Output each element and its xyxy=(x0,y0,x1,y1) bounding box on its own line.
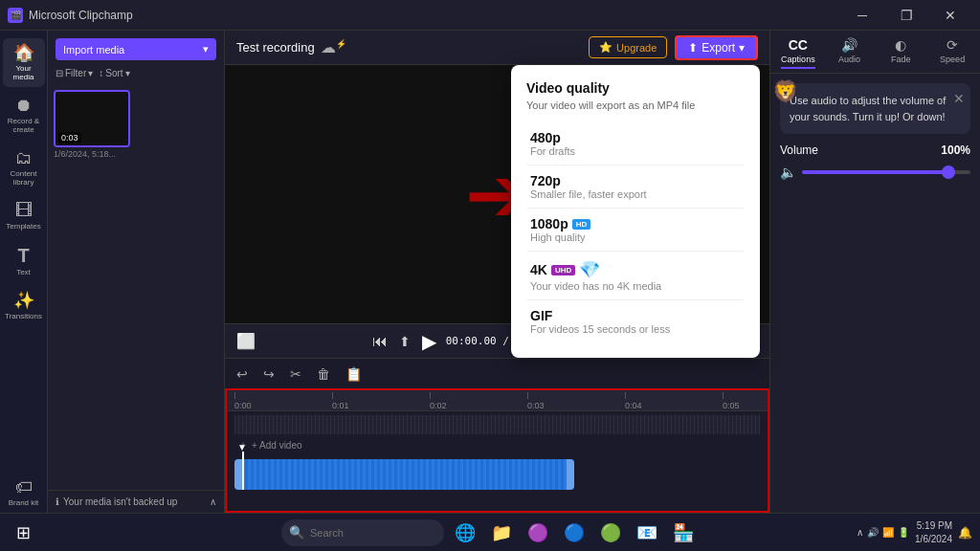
maximize-button[interactable]: ❐ xyxy=(884,0,928,31)
tooltip-close-button[interactable]: ✕ xyxy=(953,89,965,109)
audio-icon: 🔊 xyxy=(841,37,858,53)
add-video-row[interactable]: ＋ + Add video xyxy=(234,434,760,455)
sidebar-item-record[interactable]: ⏺ Record & create xyxy=(3,91,45,140)
volume-label: Volume xyxy=(780,143,818,157)
battery-icon[interactable]: 🔋 xyxy=(898,527,909,538)
tab-audio[interactable]: 🔊 Audio xyxy=(833,34,867,69)
xbox-icon[interactable]: 🟢 xyxy=(595,518,626,548)
cut-button[interactable]: ✂ xyxy=(286,364,305,384)
redo-button[interactable]: ↪ xyxy=(259,364,278,384)
speed-icon: ⟳ xyxy=(947,37,958,53)
quality-1080p-desc: High quality xyxy=(530,231,741,243)
home-icon: 🏠 xyxy=(13,44,34,61)
volume-thumb[interactable] xyxy=(942,165,955,179)
quality-option-1080p[interactable]: 1080p HD High quality xyxy=(526,209,745,252)
volume-value: 100% xyxy=(941,143,970,157)
export-icon: ⬆ xyxy=(688,41,698,55)
start-button[interactable]: ⊞ xyxy=(8,518,38,548)
taskbar-left: ⊞ xyxy=(8,518,38,548)
media-panel-header: Import media ▾ xyxy=(48,31,224,68)
volume-slider[interactable] xyxy=(802,170,970,174)
fade-icon: ◐ xyxy=(895,37,906,53)
video-track[interactable] xyxy=(234,459,574,490)
export-button[interactable]: ⬆ Export ▾ xyxy=(675,35,758,60)
rewind-button[interactable]: ⏮ xyxy=(370,331,390,352)
import-media-button[interactable]: Import media ▾ xyxy=(56,38,216,60)
sidebar-item-text[interactable]: T Text xyxy=(3,240,45,282)
play-button[interactable]: ▶ xyxy=(420,328,438,355)
playhead[interactable] xyxy=(242,452,244,490)
speaker-icon[interactable]: 🔊 xyxy=(867,527,879,538)
import-chevron-icon: ▾ xyxy=(203,43,209,55)
file-explorer-icon[interactable]: 📁 xyxy=(486,518,517,548)
quality-720p-desc: Smaller file, faster export xyxy=(530,188,741,200)
tooltip-avatar-icon: 🦁 xyxy=(772,76,798,107)
media-items-area: 0:03 1/6/2024, 5:18... xyxy=(48,84,224,490)
notification-icon[interactable]: 🔔 xyxy=(958,526,972,540)
filter-button[interactable]: ⊟ Filter ▾ xyxy=(56,68,93,78)
quality-1080p-label: 1080p HD xyxy=(530,216,741,231)
tab-captions[interactable]: CC Captions xyxy=(781,34,815,69)
close-button[interactable]: ✕ xyxy=(928,0,972,31)
quality-480p-desc: For drafts xyxy=(530,145,741,157)
duplicate-button[interactable]: 📋 xyxy=(342,364,366,384)
minimize-button[interactable]: ─ xyxy=(840,0,884,31)
share-button[interactable]: ⬆ xyxy=(397,332,412,351)
track-right-handle[interactable] xyxy=(567,459,574,490)
sidebar-item-transitions[interactable]: ✨ Transitions xyxy=(3,286,45,326)
upgrade-label: Upgrade xyxy=(616,42,657,54)
media-footer: ℹ Your media isn't backed up ∧ xyxy=(48,490,224,513)
search-wrapper: 🔍 xyxy=(281,519,444,546)
ruler-mark-0: 0:00 xyxy=(234,390,252,410)
project-name: Test recording ☁⚡ xyxy=(236,38,346,56)
teams-icon[interactable]: 🟣 xyxy=(523,518,553,548)
clock-display[interactable]: 5:19 PM 1/6/2024 xyxy=(915,519,952,546)
chrome-icon[interactable]: 🔵 xyxy=(559,518,590,548)
media-date: 1/6/2024, 5:18... xyxy=(54,149,130,159)
quality-option-4k[interactable]: 4K UHD💎 Your video has no 4K media xyxy=(526,252,745,300)
media-thumbnail[interactable]: 0:03 xyxy=(54,90,130,147)
track-waveform xyxy=(242,459,567,490)
delete-button[interactable]: 🗑 xyxy=(313,364,334,384)
undo-button[interactable]: ↩ xyxy=(233,364,252,384)
store-icon[interactable]: 🏪 xyxy=(668,518,699,548)
quality-option-gif[interactable]: GIF For videos 15 seconds or less xyxy=(526,300,745,342)
quality-option-720p[interactable]: 720p Smaller file, faster export xyxy=(526,165,745,209)
taskbar-search-input[interactable] xyxy=(281,519,444,546)
star-icon: ⭐ xyxy=(599,41,612,54)
wifi-icon[interactable]: 📶 xyxy=(882,527,894,538)
export-dropdown-subtitle: Your video will export as an MP4 file xyxy=(526,99,745,111)
track-left-handle[interactable] xyxy=(234,459,242,490)
tab-fade[interactable]: ◐ Fade xyxy=(883,34,918,69)
quality-4k-desc: Your video has no 4K media xyxy=(530,280,741,292)
date-text: 1/6/2024 xyxy=(915,533,952,546)
tab-speed[interactable]: ⟳ Speed xyxy=(935,34,969,69)
quality-gif-label: GIF xyxy=(530,308,741,323)
quality-option-480p[interactable]: 480p For drafts xyxy=(526,122,745,165)
sidebar-item-content-library[interactable]: 🗂 Content library xyxy=(3,143,45,192)
sidebar-label-record: Record & create xyxy=(5,117,43,134)
sidebar-item-your-media[interactable]: 🏠 Your media xyxy=(3,38,45,87)
footer-chevron-icon: ∧ xyxy=(210,496,216,507)
timeline-ruler: 0:00 0:01 0:02 0:03 0:04 0:05 xyxy=(227,390,768,411)
screen-mode-button[interactable]: ⬜ xyxy=(234,330,257,352)
sidebar-item-templates[interactable]: 🎞 Templates xyxy=(3,196,45,236)
chevron-up-icon[interactable]: ∧ xyxy=(857,527,863,538)
project-title: Test recording xyxy=(236,40,315,55)
captions-label: Captions xyxy=(781,55,815,64)
taskbar-center: 🔍 🌐 📁 🟣 🔵 🟢 📧 🏪 xyxy=(281,518,699,548)
title-bar: 🎬 Microsoft Clipchamp ─ ❐ ✕ xyxy=(0,0,980,31)
transitions-icon: ✨ xyxy=(13,292,34,309)
sidebar-label-content: Content library xyxy=(5,169,43,187)
mail-icon[interactable]: 📧 xyxy=(632,518,662,548)
upgrade-button[interactable]: ⭐ Upgrade xyxy=(589,36,667,58)
edge-icon[interactable]: 🌐 xyxy=(450,518,480,548)
add-video-label: + Add video xyxy=(252,440,302,451)
sidebar-item-brand-kit[interactable]: 🏷 Brand kit xyxy=(3,473,45,513)
sort-button[interactable]: ↕ Sort ▾ xyxy=(99,68,129,78)
playback-left-controls: ⬜ xyxy=(234,330,257,352)
taskbar-right: ∧ 🔊 📶 🔋 5:19 PM 1/6/2024 🔔 xyxy=(857,519,972,546)
volume-row: 🔈 xyxy=(780,165,970,180)
right-panel-content: 🦁 ✕ Use audio to adjust the volume of yo… xyxy=(770,74,980,513)
list-item[interactable]: 0:03 1/6/2024, 5:18... xyxy=(54,90,130,159)
